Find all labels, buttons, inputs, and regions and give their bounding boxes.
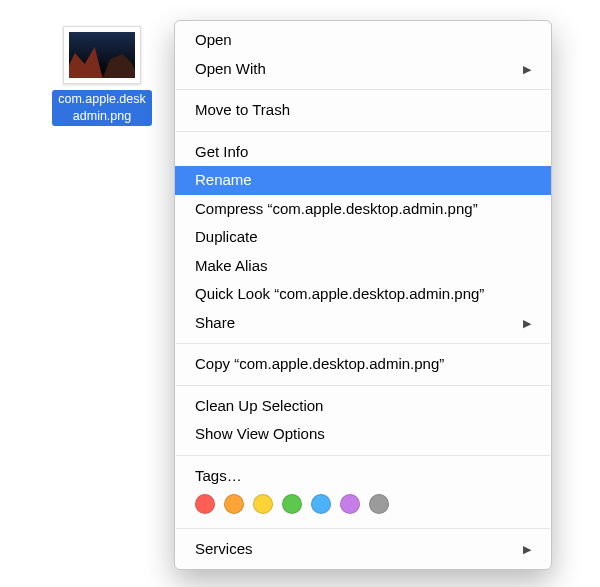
menu-open-with-label: Open With [195, 58, 266, 81]
menu-quick-look[interactable]: Quick Look “com.apple.desktop.admin.png” [175, 280, 551, 309]
menu-duplicate[interactable]: Duplicate [175, 223, 551, 252]
menu-compress-label: Compress “com.apple.desktop.admin.png” [195, 198, 478, 221]
menu-get-info[interactable]: Get Info [175, 138, 551, 167]
menu-share-label: Share [195, 312, 235, 335]
menu-open-label: Open [195, 29, 232, 52]
menu-separator [176, 385, 550, 386]
menu-clean-up-label: Clean Up Selection [195, 395, 323, 418]
tag-green[interactable] [282, 494, 302, 514]
menu-quick-look-label: Quick Look “com.apple.desktop.admin.png” [195, 283, 484, 306]
menu-tags-label: Tags… [195, 465, 242, 488]
menu-separator [176, 528, 550, 529]
menu-rename-label: Rename [195, 169, 252, 192]
chevron-right-icon: ▶ [523, 61, 531, 78]
menu-rename[interactable]: Rename [175, 166, 551, 195]
menu-open-with[interactable]: Open With ▶ [175, 55, 551, 84]
menu-services-label: Services [195, 538, 253, 561]
file-thumbnail-frame [63, 26, 141, 84]
menu-clean-up[interactable]: Clean Up Selection [175, 392, 551, 421]
file-item[interactable]: com.apple.desk admin.png [52, 26, 152, 126]
tag-purple[interactable] [340, 494, 360, 514]
menu-duplicate-label: Duplicate [195, 226, 258, 249]
menu-separator [176, 131, 550, 132]
menu-make-alias[interactable]: Make Alias [175, 252, 551, 281]
tag-red[interactable] [195, 494, 215, 514]
menu-copy[interactable]: Copy “com.apple.desktop.admin.png” [175, 350, 551, 379]
chevron-right-icon: ▶ [523, 541, 531, 558]
menu-compress[interactable]: Compress “com.apple.desktop.admin.png” [175, 195, 551, 224]
menu-separator [176, 89, 550, 90]
file-thumbnail [69, 32, 135, 78]
file-label[interactable]: com.apple.desk admin.png [52, 90, 152, 126]
menu-separator [176, 343, 550, 344]
menu-show-view-options-label: Show View Options [195, 423, 325, 446]
menu-separator [176, 455, 550, 456]
menu-make-alias-label: Make Alias [195, 255, 268, 278]
menu-share[interactable]: Share ▶ [175, 309, 551, 338]
tags-row [175, 490, 551, 522]
menu-show-view-options[interactable]: Show View Options [175, 420, 551, 449]
menu-copy-label: Copy “com.apple.desktop.admin.png” [195, 353, 444, 376]
menu-services[interactable]: Services ▶ [175, 535, 551, 564]
tag-yellow[interactable] [253, 494, 273, 514]
chevron-right-icon: ▶ [523, 315, 531, 332]
tag-orange[interactable] [224, 494, 244, 514]
tag-blue[interactable] [311, 494, 331, 514]
tag-gray[interactable] [369, 494, 389, 514]
context-menu: Open Open With ▶ Move to Trash Get Info … [174, 20, 552, 570]
menu-open[interactable]: Open [175, 26, 551, 55]
menu-get-info-label: Get Info [195, 141, 248, 164]
menu-tags[interactable]: Tags… [175, 462, 551, 491]
menu-move-to-trash[interactable]: Move to Trash [175, 96, 551, 125]
menu-move-to-trash-label: Move to Trash [195, 99, 290, 122]
